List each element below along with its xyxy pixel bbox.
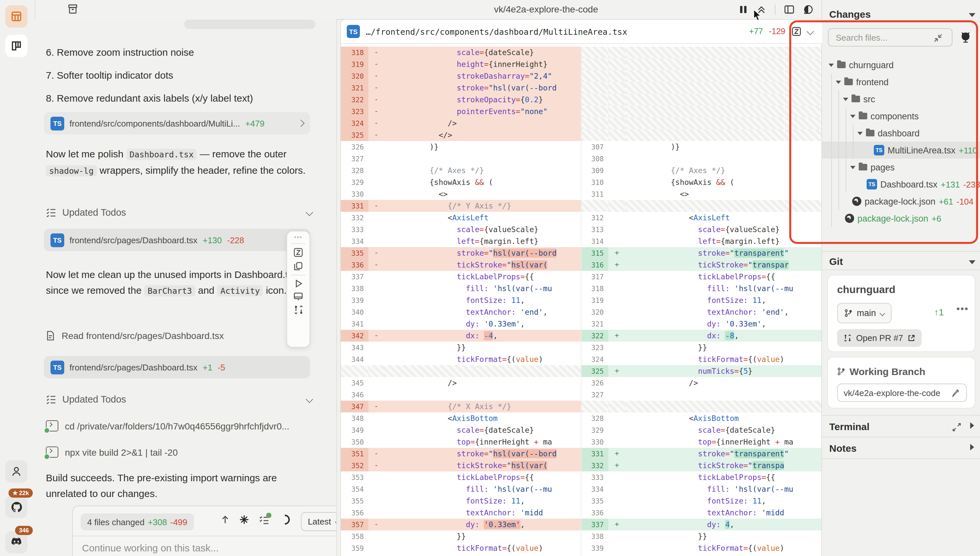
diff-row[interactable]: 324- /> xyxy=(341,117,822,129)
diff-doc-icon[interactable] xyxy=(293,247,304,258)
tree-file-package-lock.json[interactable]: package-lock.json+6 xyxy=(822,210,980,227)
diff-row[interactable]: 330 <>311 <> xyxy=(341,188,822,200)
archive-icon[interactable] xyxy=(67,3,79,15)
diff-row[interactable]: 352- tickStroke="hsl(var(332+ tickStroke… xyxy=(341,460,822,472)
triangle-down-icon[interactable] xyxy=(969,260,975,264)
latest-dropdown[interactable]: Latest xyxy=(300,512,337,531)
diff-row[interactable]: 334 left={margin.left}314 left={margin.l… xyxy=(341,235,822,247)
diff-row[interactable]: 318- scale={dateScale} xyxy=(341,47,822,58)
diff-row[interactable]: 321- stroke="hsl(var(--bord xyxy=(341,82,822,94)
open-pr-button[interactable]: Open PR #7 xyxy=(837,329,921,347)
diff-row[interactable]: 333 scale={valueScale}313 scale={valueSc… xyxy=(341,223,822,235)
diff-row[interactable]: 359 tickFormat={(value)339 tickFormat={(… xyxy=(341,542,822,554)
diff-row[interactable]: 323- pointerEvents="none" xyxy=(341,105,822,117)
diff-row[interactable]: 326 )}307 )} xyxy=(341,141,822,153)
account-button[interactable] xyxy=(5,460,27,483)
updated-todos-row[interactable]: Updated Todos xyxy=(46,207,321,218)
diff-row[interactable]: 342- dx: -4,322+ dx: -8, xyxy=(341,330,822,342)
diff-row[interactable]: 339 fontSize: 11,319 fontSize: 11, xyxy=(341,294,822,306)
triangle-down-icon[interactable] xyxy=(857,131,863,135)
chevron-down-icon[interactable] xyxy=(306,209,313,217)
file-chip[interactable]: TS frontend/src/components/dashboard/Mul… xyxy=(44,112,310,134)
diff-row[interactable]: 337 tickLabelProps={{317 tickLabelProps=… xyxy=(341,271,822,283)
diff-row[interactable]: 358 }}338 }} xyxy=(341,530,822,542)
read-file-row[interactable]: Read frontend/src/pages/Dashboard.tsx xyxy=(46,330,321,341)
triangle-right-icon[interactable] xyxy=(970,444,974,451)
files-changed-chip[interactable]: 4 files changed +308 -499 xyxy=(81,513,194,530)
diff-row[interactable]: 344 tickFormat={(value)324 tickFormat={(… xyxy=(341,353,822,365)
notes-section-header[interactable]: Notes xyxy=(829,443,856,454)
triangle-down-icon[interactable] xyxy=(828,63,834,66)
diff-row[interactable]: 340 textAnchor: 'end',320 textAnchor: 'e… xyxy=(341,306,822,318)
tree-folder-src[interactable]: src xyxy=(822,91,980,108)
diff-row[interactable]: 351- stroke="hsl(var(--bord331+ stroke="… xyxy=(341,448,822,460)
diff-row[interactable]: 329 {showAxis && (310 {showAxis && ( xyxy=(341,176,822,188)
triangle-down-icon[interactable] xyxy=(836,80,841,84)
diff-row[interactable]: 341 dy: '0.33em',321 dy: '0.33em', xyxy=(341,318,822,330)
board-tab[interactable] xyxy=(5,35,27,57)
diff-row[interactable]: 356 textAnchor: 'midd336 textAnchor: 'mi… xyxy=(341,507,822,519)
diff-row[interactable]: 327308 xyxy=(341,153,822,165)
triangle-down-icon[interactable] xyxy=(850,166,856,169)
terminal-command-row[interactable]: cd /private/var/folders/10/h7w0q46556ggr… xyxy=(46,420,321,432)
chevron-down-icon[interactable] xyxy=(807,28,814,36)
arrow-up-icon[interactable] xyxy=(221,515,229,525)
spark-icon[interactable] xyxy=(239,515,249,525)
diff-body[interactable]: 318- scale={dateScale}319- height={inner… xyxy=(341,47,822,556)
panel-left-icon[interactable] xyxy=(784,5,794,15)
diff-row[interactable]: 354 fill: 'hsl(var(--mu334 fill: 'hsl(va… xyxy=(341,483,822,495)
diff-row[interactable]: 357- dy: '0.33em',337+ dy: 4, xyxy=(341,519,822,530)
diff-row[interactable]: 349 scale={dateScale}329 scale={dateScal… xyxy=(341,424,822,436)
copy-icon[interactable] xyxy=(293,261,304,272)
branch-dropdown[interactable]: main xyxy=(837,303,892,323)
tree-folder-churnguard[interactable]: churnguard xyxy=(822,57,980,73)
drag-handle-icon[interactable]: ••• xyxy=(294,235,302,240)
diff-row[interactable]: 338 fill: 'hsl(var(--mu318 fill: 'hsl(va… xyxy=(341,283,822,294)
diff-row[interactable]: 345 />326 /> xyxy=(341,377,822,389)
play-icon[interactable] xyxy=(293,279,303,288)
pause-icon[interactable] xyxy=(739,5,748,15)
terminal-section-header[interactable]: Terminal xyxy=(829,421,870,432)
triangle-down-icon[interactable] xyxy=(843,97,848,101)
monitor-small-icon[interactable] xyxy=(293,292,304,302)
diff-row[interactable]: 347- {/* X Axis */} xyxy=(341,401,822,412)
diff-row[interactable]: 335- stroke="hsl(var(--bord315+ stroke="… xyxy=(341,247,822,259)
tree-folder-frontend[interactable]: frontend xyxy=(822,73,980,91)
chevron-right-icon[interactable] xyxy=(297,120,305,127)
github-cat-icon[interactable] xyxy=(960,31,972,43)
git-section-header[interactable]: Git xyxy=(829,256,843,267)
diff-row[interactable]: 350 top={innerHeight + ma330 top={innerH… xyxy=(341,436,822,448)
diff-row[interactable]: 336- tickStroke="hsl(var(316+ tickStroke… xyxy=(341,259,822,271)
diff-row[interactable]: 348 <AxisBottom328 <AxisBottom xyxy=(341,412,822,424)
diff-row[interactable]: 353 tickLabelProps={{333 tickLabelProps=… xyxy=(341,472,822,483)
file-chip[interactable]: TS frontend/src/pages/Dashboard.tsx +1 -… xyxy=(44,356,310,378)
chat-bubble-icon[interactable] xyxy=(803,5,814,15)
diff-row[interactable]: 328 {/* Axes */}309 {/* Axes */} xyxy=(341,165,822,176)
git-compare-small-icon[interactable] xyxy=(293,305,303,315)
search-input[interactable] xyxy=(835,32,929,43)
workspace-tab-active[interactable] xyxy=(5,5,27,27)
diff-row[interactable]: 332 <AxisLeft312 <AxisLeft xyxy=(341,212,822,223)
github-link[interactable] xyxy=(5,496,27,518)
file-search[interactable] xyxy=(828,28,953,47)
diff-row[interactable]: 343 }}323 }} xyxy=(341,342,822,353)
diff-row[interactable]: 360 numTicks={6}340 numTicks={6} xyxy=(341,554,822,556)
diff-row[interactable]: 346327 xyxy=(341,389,822,401)
working-branch-input[interactable]: vk/4e2a-explore-the-code xyxy=(837,383,967,402)
diff-row[interactable]: 319- height={innerHeight} xyxy=(341,58,822,70)
edit-pencil-icon[interactable] xyxy=(952,388,960,397)
diff-row[interactable]: 322- strokeOpacity={0.2} xyxy=(341,94,822,105)
expand-icon[interactable] xyxy=(953,423,961,432)
diff-row[interactable]: 331- {/* Y Axis */} xyxy=(341,200,822,212)
file-chip[interactable]: TS frontend/src/pages/Dashboard.tsx +130… xyxy=(44,229,310,251)
diff-row[interactable]: 325+ numTicks={5} xyxy=(341,365,822,377)
triangle-down-icon[interactable] xyxy=(850,115,856,118)
terminal-command-row[interactable]: npx vite build 2>&1 | tail -20 xyxy=(46,446,321,457)
chevron-down-icon[interactable] xyxy=(306,396,313,403)
changes-section-header[interactable]: Changes xyxy=(829,8,871,20)
more-menu-icon[interactable]: ••• xyxy=(956,303,969,314)
message-input[interactable]: Continue working on this task... xyxy=(82,542,219,553)
collapse-tree-icon[interactable] xyxy=(933,34,943,43)
updated-todos-row[interactable]: Updated Todos xyxy=(46,394,321,404)
triangle-right-icon[interactable] xyxy=(970,422,974,429)
